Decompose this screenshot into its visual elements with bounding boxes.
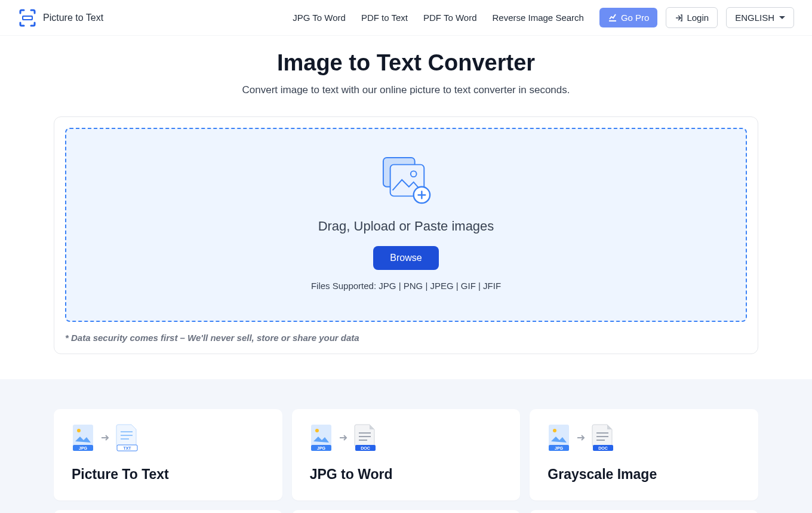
feature-icons: JPG DOC <box>548 423 740 452</box>
dropzone-title: Drag, Upload or Paste images <box>318 219 494 234</box>
svg-point-19 <box>553 429 556 432</box>
feature-card-row2-3[interactable] <box>530 510 758 513</box>
go-pro-button[interactable]: Go Pro <box>599 8 658 27</box>
feature-title: Grayscale Image <box>548 466 740 483</box>
feature-icons: JPG TXT <box>72 423 264 452</box>
chart-icon <box>608 13 617 23</box>
svg-text:DOC: DOC <box>599 446 608 450</box>
login-icon <box>675 14 683 22</box>
language-button[interactable]: ENGLISH <box>726 7 794 28</box>
svg-text:JPG: JPG <box>317 446 326 450</box>
feature-title: JPG to Word <box>310 466 503 483</box>
jpg-file-icon: JPG <box>310 423 333 452</box>
feature-icons: JPG DOC <box>310 423 503 452</box>
chevron-down-icon <box>779 16 785 19</box>
nav-link-reverse-image[interactable]: Reverse Image Search <box>493 13 584 23</box>
browse-button[interactable]: Browse <box>373 246 438 270</box>
go-pro-label: Go Pro <box>621 13 650 23</box>
nav-link-pdf-to-text[interactable]: PDF to Text <box>361 13 408 23</box>
doc-file-icon: DOC <box>592 423 614 452</box>
logo-text: Picture to Text <box>43 13 103 23</box>
svg-rect-1 <box>23 17 32 19</box>
supported-formats: Files Supported: JPG | PNG | JPEG | GIF … <box>311 281 501 291</box>
login-label: Login <box>687 13 709 23</box>
feature-card-row2-2[interactable]: JPG <box>292 510 521 513</box>
features-section: JPG TXT Picture To Text JPG DOC JPG to W… <box>0 379 812 513</box>
svg-text:TXT: TXT <box>123 446 131 450</box>
feature-card-row2-1[interactable]: JPG <box>54 510 282 513</box>
upload-card: Drag, Upload or Paste images Browse File… <box>54 116 758 354</box>
jpg-file-icon: JPG <box>548 423 570 452</box>
svg-point-13 <box>315 429 319 432</box>
feature-card-jpg-to-word[interactable]: JPG DOC JPG to Word <box>292 409 521 500</box>
logo-icon <box>18 8 37 27</box>
svg-rect-12 <box>311 425 331 446</box>
main: Image to Text Converter Convert image to… <box>0 36 812 354</box>
svg-text:JPG: JPG <box>79 446 88 450</box>
login-button[interactable]: Login <box>666 7 718 28</box>
logo[interactable]: Picture to Text <box>18 8 103 27</box>
doc-file-icon: DOC <box>354 423 377 452</box>
txt-file-icon: TXT <box>116 423 139 452</box>
arrow-right-icon <box>576 433 586 443</box>
feature-title: Picture To Text <box>72 466 264 483</box>
page-subtitle: Convert image to text with our online pi… <box>17 84 795 96</box>
svg-rect-6 <box>73 425 93 446</box>
svg-point-7 <box>77 429 81 432</box>
arrow-right-icon <box>339 433 348 443</box>
security-note: * Data security comes first – We'll neve… <box>65 333 747 343</box>
nav-links: JPG To Word PDF to Text PDF To Word Reve… <box>293 13 584 23</box>
header: Picture to Text JPG To Word PDF to Text … <box>0 0 812 36</box>
svg-rect-18 <box>549 425 569 446</box>
page-title: Image to Text Converter <box>17 50 795 76</box>
nav-link-jpg-to-word[interactable]: JPG To Word <box>293 13 346 23</box>
upload-image-icon <box>380 155 432 205</box>
jpg-file-icon: JPG <box>72 423 94 452</box>
nav-right: JPG To Word PDF to Text PDF To Word Reve… <box>293 7 794 28</box>
dropzone[interactable]: Drag, Upload or Paste images Browse File… <box>65 128 747 322</box>
nav-link-pdf-to-word[interactable]: PDF To Word <box>423 13 476 23</box>
features-grid: JPG TXT Picture To Text JPG DOC JPG to W… <box>54 409 758 513</box>
svg-text:JPG: JPG <box>555 446 564 450</box>
arrow-right-icon <box>100 433 110 443</box>
feature-card-picture-to-text[interactable]: JPG TXT Picture To Text <box>54 409 282 500</box>
svg-text:DOC: DOC <box>361 446 370 450</box>
feature-card-grayscale[interactable]: JPG DOC Grayscale Image <box>530 409 758 500</box>
language-label: ENGLISH <box>735 13 774 23</box>
